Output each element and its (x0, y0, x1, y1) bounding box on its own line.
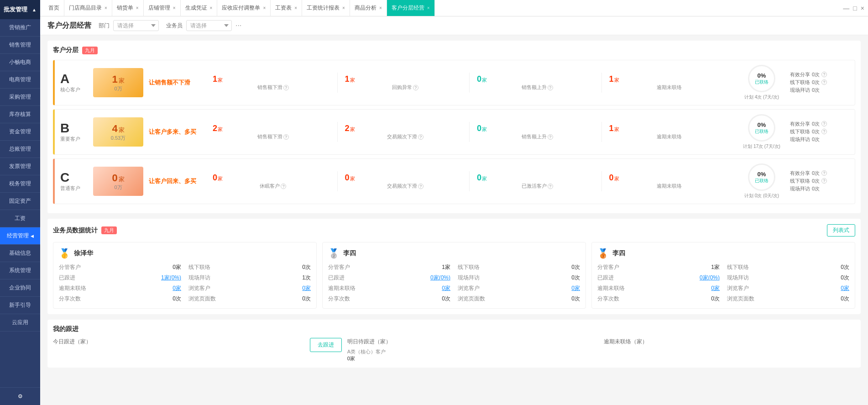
sidebar-settings[interactable]: ⚙ (0, 387, 40, 405)
info-icon[interactable]: ? (548, 85, 553, 90)
info-icon[interactable]: ? (821, 72, 827, 77)
sidebar-item-procurement[interactable]: 采购管理 (0, 89, 40, 106)
sidebar-item-ecommerce-small[interactable]: 小畅电商 (0, 54, 40, 71)
stat-unit: 家 (350, 77, 355, 84)
tier-b-stat-1[interactable]: 2 家 交易频次下滑 ? (341, 122, 470, 142)
info-icon[interactable]: ? (821, 170, 827, 176)
window-close-btn[interactable]: × (861, 5, 864, 12)
sidebar-item-guide[interactable]: 新手引导 (0, 297, 40, 314)
tab-close-icon[interactable]: × (105, 5, 107, 11)
tier-b-right-metrics: 有效分享 0次 ? 线下联络 0次 ? 现场拜访 0次 (790, 121, 849, 144)
info-icon[interactable]: ? (418, 134, 424, 140)
tier-c-count-box[interactable]: 0 家 0万 (93, 167, 143, 196)
tier-c-stat-2[interactable]: 0 家 已激活客户 ? (473, 171, 602, 191)
sidebar-header[interactable]: 批发管理 ▲ (0, 0, 40, 19)
tier-b-contact: 0% 已联络 计划 17次 (7天/次) (739, 114, 784, 150)
sidebar-item-sales[interactable]: 销售管理 (0, 37, 40, 54)
tier-b-unit: 家 (119, 126, 125, 134)
sidebar-item-label: 资金管理 (9, 128, 31, 135)
sidebar-item-invoice[interactable]: 发票管理 (0, 158, 40, 175)
window-maximize-btn[interactable]: □ (853, 5, 857, 12)
tier-c-overdue[interactable]: 0 家 逾期未联络 (606, 171, 734, 191)
info-icon[interactable]: ? (413, 85, 418, 90)
tier-a-stat-0[interactable]: 1 家 销售额下滑 ? (209, 73, 338, 93)
staff-card-0: 🥇 徐泽华 分管客户 0家 线下联络 0次 已跟进 (53, 242, 317, 309)
info-icon[interactable]: ? (821, 178, 827, 184)
info-icon[interactable]: ? (283, 134, 289, 140)
tab-voucher[interactable]: 生成凭证 × (181, 0, 218, 16)
contact-circle: 0% 已联络 (748, 163, 775, 191)
tier-c-name: 普通客户 (60, 185, 88, 192)
sidebar-item-label: 固定资产 (9, 198, 31, 204)
metric-label: 有效分享 (790, 71, 810, 78)
tab-close-icon[interactable]: × (173, 5, 176, 11)
info-icon[interactable]: ? (821, 121, 827, 126)
tier-b-stat-0[interactable]: 2 家 销售额下滑 ? (209, 122, 338, 142)
tab-close-icon[interactable]: × (263, 5, 266, 11)
stat-label: 销售额上升 ? (477, 84, 598, 91)
info-icon[interactable]: ? (283, 85, 289, 90)
more-options-icon[interactable]: ··· (235, 21, 241, 30)
tier-a-overdue[interactable]: 1 家 逾期未联络 (606, 73, 734, 93)
tab-close-icon[interactable]: × (210, 5, 213, 11)
staff-header-1: 🥈 李四 (328, 248, 580, 259)
sidebar-item-ecommerce[interactable]: 电商管理 (0, 71, 40, 89)
list-view-button[interactable]: 列表式 (827, 224, 855, 237)
sidebar-item-label: 销售管理 (9, 42, 31, 48)
tier-a-stat-2[interactable]: 0 家 销售额上升 ? (473, 73, 602, 93)
tab-customer-tier[interactable]: 客户分层经营 × (387, 0, 435, 16)
tier-b-stat-2[interactable]: 0 家 销售额上升 ? (473, 122, 602, 142)
tab-store-manage[interactable]: 店铺管理 × (144, 0, 181, 16)
tab-payroll-report[interactable]: 工资统计报表 × (302, 0, 350, 16)
sidebar-item-collab[interactable]: 企业协同 (0, 279, 40, 297)
tab-close-icon[interactable]: × (379, 5, 382, 11)
tier-c-stat-0[interactable]: 0 家 休眠客户 ? (209, 171, 338, 191)
info-icon[interactable]: ? (821, 129, 827, 134)
sidebar-item-marketing[interactable]: 营销推广 (0, 19, 40, 37)
goto-followup-button[interactable]: 去跟进 (310, 338, 342, 352)
tab-close-icon[interactable]: × (342, 5, 345, 11)
dept-select[interactable]: 请选择 (113, 20, 159, 31)
tier-c-stats: 0 家 休眠客户 ? 0 家 交 (209, 171, 733, 191)
stat-label: 回购异常 ? (345, 84, 466, 91)
sidebar-item-arrow: ◀ (31, 234, 34, 238)
tab-close-icon[interactable]: × (427, 5, 430, 11)
info-icon[interactable]: ? (418, 184, 424, 189)
tab-label: 工资表 (275, 4, 292, 12)
tab-home[interactable]: 首页 (44, 0, 64, 16)
tier-a-stat-1[interactable]: 1 家 回购异常 ? (341, 73, 470, 93)
tier-b-label: B 重要客户 (60, 122, 88, 142)
sidebar-item-fixed-assets[interactable]: 固定资产 (0, 193, 40, 210)
sidebar-item-system[interactable]: 系统管理 (0, 262, 40, 279)
info-icon[interactable]: ? (821, 79, 827, 85)
window-minimize-btn[interactable]: — (843, 5, 849, 12)
tab-product-analysis[interactable]: 商品分析 × (350, 0, 387, 16)
info-icon[interactable]: ? (548, 134, 553, 140)
sidebar-item-management[interactable]: 经营管理 ◀ (0, 227, 40, 245)
sidebar-item-finance[interactable]: 资金管理 (0, 123, 40, 141)
tab-ar-ap[interactable]: 应收应付调整单 × (217, 0, 271, 16)
biz-stats-section: 业务员数据统计 九月 列表式 🥇 徐泽华 分管客户 0家 (47, 219, 861, 314)
staff-card-1: 🥈 李四 分管客户 1家 线下联络 0次 已跟进 (322, 242, 586, 309)
sidebar-item-payroll[interactable]: 工资 (0, 210, 40, 227)
sidebar-item-ledger[interactable]: 总账管理 (0, 141, 40, 158)
sidebar-item-basic-info[interactable]: 基础信息 (0, 245, 40, 262)
tab-label: 商品分析 (355, 4, 376, 12)
sidebar-item-cloud[interactable]: 云应用 (0, 314, 40, 331)
tier-a-count-box[interactable]: 1 家 0万 (93, 68, 143, 97)
tab-store-products[interactable]: 门店商品目录 × (64, 0, 112, 16)
staff-select[interactable]: 请选择 (186, 20, 232, 31)
tab-close-icon[interactable]: × (294, 5, 297, 11)
tier-b-count-box[interactable]: 4 家 0.53万 (93, 117, 143, 147)
info-icon[interactable]: ? (548, 184, 553, 189)
tab-payroll[interactable]: 工资表 × (271, 0, 302, 16)
info-icon[interactable]: ? (281, 184, 286, 189)
tab-close-icon[interactable]: × (136, 5, 139, 11)
staff-card-2: 🥉 李四 分管客户 1家 线下联络 0次 已跟进 (591, 242, 855, 309)
overdue-label: 逾期未联络 (609, 84, 730, 91)
sidebar-item-tax[interactable]: 税务管理 (0, 175, 40, 193)
tier-c-stat-1[interactable]: 0 家 交易频次下滑 ? (341, 171, 470, 191)
sidebar-item-inventory[interactable]: 库存核算 (0, 106, 40, 123)
tier-b-overdue[interactable]: 1 家 逾期未联络 (606, 122, 734, 142)
tab-sales-order[interactable]: 销货单 × (112, 0, 144, 16)
